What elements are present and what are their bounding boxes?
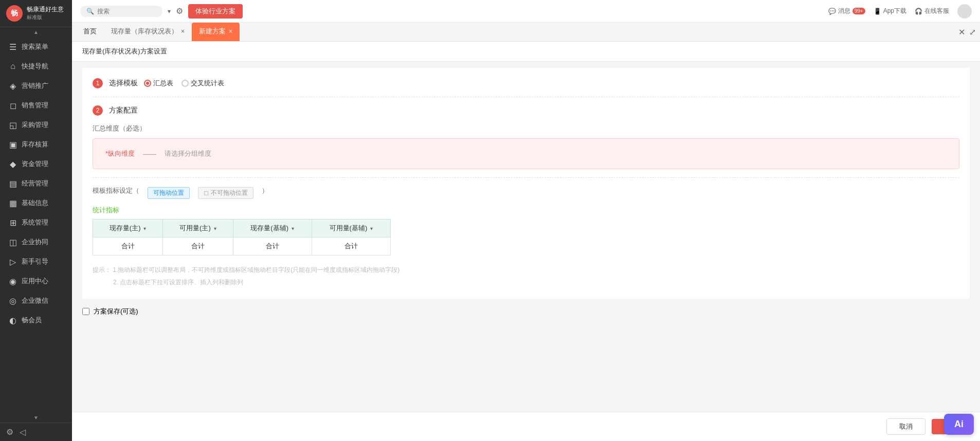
step2-badge: 2 (93, 105, 103, 116)
indicator-label-text: 模板指标设定（ (93, 186, 139, 195)
radio-crosstab[interactable]: 交叉统计表 (182, 79, 224, 88)
sidebar-item-finance[interactable]: ◆ 资金管理 (0, 154, 72, 174)
sidebar-item-search[interactable]: ☰ 搜索菜单 (0, 37, 72, 57)
radio-summary-dot (144, 80, 151, 87)
chevron-down-icon-0[interactable]: ▾ (143, 226, 146, 231)
sidebar-item-marketing[interactable]: ◈ 营销推广 (0, 76, 72, 96)
section-divider-1 (93, 97, 959, 97)
message-btn[interactable]: 💬 消息 99+ (828, 7, 865, 15)
close-window-icon[interactable]: ✕ (958, 27, 965, 37)
mobile-icon: 📱 (874, 8, 881, 15)
tab-inventory[interactable]: 现存量（库存状况表） × (104, 23, 192, 41)
headset-icon: 🎧 (915, 8, 922, 15)
sidebar-item-cooperation[interactable]: ◫ 企业协同 (0, 232, 72, 252)
main-card: 1 选择模板 汇总表 交叉统计表 2 方案配置 (82, 68, 970, 299)
search-input[interactable] (97, 8, 156, 15)
topbar-right: 💬 消息 99+ 📱 App下载 🎧 在线客服 (828, 4, 972, 19)
app-center-icon: ◉ (8, 277, 17, 286)
chevron-down-icon-3[interactable]: ▾ (370, 226, 373, 231)
indicator-config-row: 模板指标设定（ 可拖动位置 ◻ 不可拖动位置 ） (93, 186, 959, 199)
sidebar-item-purchase[interactable]: ◱ 采购管理 (0, 115, 72, 135)
user-avatar[interactable] (957, 4, 972, 19)
tab-new-scheme-close[interactable]: × (229, 28, 232, 35)
col-header-0[interactable]: 现存量(主) ▾ (93, 219, 163, 237)
collapse-icon[interactable]: ◁ (20, 427, 26, 437)
purchase-icon: ◱ (8, 120, 17, 130)
app-name: 畅康通好生意 (27, 6, 64, 14)
chevron-down-icon-1[interactable]: ▾ (214, 226, 216, 231)
sidebar-scroll-down[interactable]: ▼ (0, 413, 72, 422)
col-header-3[interactable]: 可用量(基辅) ▾ (312, 219, 390, 237)
step1-badge: 1 (93, 78, 103, 88)
sidebar-item-label: 库存核算 (22, 140, 48, 149)
sidebar-item-quick-nav[interactable]: ⌂ 快捷导航 (0, 57, 72, 76)
col-label-0: 现存量(主) (110, 224, 141, 233)
app-version: 标准版 (27, 14, 64, 21)
search-box[interactable]: 🔍 (80, 6, 162, 17)
gear-icon[interactable]: ⚙ (176, 6, 183, 16)
stats-title: 统计指标 (93, 206, 959, 215)
col-header-1[interactable]: 可用量(主) ▾ (163, 219, 233, 237)
radio-summary-label: 汇总表 (153, 79, 173, 88)
expand-window-icon[interactable]: ⤢ (969, 27, 976, 37)
message-icon: 💬 (828, 8, 836, 15)
sidebar-item-label: 企业微信 (22, 296, 48, 305)
radio-summary[interactable]: 汇总表 (144, 79, 173, 88)
settings-icon[interactable]: ⚙ (6, 427, 13, 437)
step1-title: 选择模板 (109, 79, 138, 88)
col-label-3: 可用量(基辅) (330, 224, 368, 233)
app-download-btn[interactable]: 📱 App下载 (874, 7, 906, 15)
sidebar-item-basic-info[interactable]: ▦ 基础信息 (0, 193, 72, 213)
sidebar-item-label: 快捷导航 (22, 62, 48, 71)
tab-bar: 首页 现存量（库存状况表） × 新建方案 × ✕ ⤢ (72, 23, 980, 42)
sidebar-item-inventory[interactable]: ▣ 库存核算 (0, 135, 72, 154)
tab-inventory-close[interactable]: × (181, 28, 185, 35)
ai-label: Ai (954, 419, 964, 429)
ai-button[interactable]: Ai (944, 414, 974, 435)
sidebar-item-system[interactable]: ⊞ 系统管理 (0, 213, 72, 232)
content-area: 现存量(库存状况表)方案设置 1 选择模板 汇总表 交叉统计表 (72, 42, 980, 412)
sidebar-item-management[interactable]: ▤ 经营管理 (0, 174, 72, 193)
tab-inventory-label: 现存量（库存状况表） (111, 27, 178, 36)
wechat-icon: ◎ (8, 296, 17, 305)
summary-dimension-label: 汇总维度（必选） (93, 124, 959, 133)
sidebar-item-member[interactable]: ◐ 畅会员 (0, 310, 72, 330)
sidebar-item-new-guide[interactable]: ▷ 新手引导 (0, 252, 72, 271)
step2-title: 方案配置 (109, 106, 138, 115)
cell-3: 合计 (312, 237, 390, 255)
sidebar-item-label: 应用中心 (22, 277, 48, 286)
industry-btn[interactable]: 体验行业方案 (188, 4, 243, 19)
cancel-button[interactable]: 取消 (886, 418, 925, 435)
section-divider-2 (93, 177, 959, 178)
stats-table: 现存量(主) ▾ 可用量(主) ▾ 现存量(基辅 (93, 219, 391, 255)
chevron-down-icon-2[interactable]: ▾ (292, 226, 294, 231)
sidebar-item-sales[interactable]: ◻ 销售管理 (0, 96, 72, 115)
dimension-required-label: *纵向维度 (105, 149, 135, 158)
home-icon: ⌂ (8, 62, 17, 71)
tab-home[interactable]: 首页 (76, 23, 104, 41)
sidebar: 畅 畅康通好生意 标准版 ▲ ☰ 搜索菜单 ⌂ 快捷导航 ◈ 营销推广 ◻ 销售… (0, 0, 72, 441)
tab-new-scheme[interactable]: 新建方案 × (192, 23, 240, 41)
sidebar-item-label: 系统管理 (22, 218, 48, 227)
sidebar-scroll-up[interactable]: ▲ (0, 27, 72, 37)
sidebar-item-app-center[interactable]: ◉ 应用中心 (0, 271, 72, 291)
cell-2: 合计 (233, 237, 312, 255)
window-controls: ✕ ⤢ (958, 27, 976, 37)
step2-row: 2 方案配置 (93, 105, 959, 116)
tip-1: 1.拖动标题栏可以调整布局，不可跨维度或指标区域拖动栏目字段(只能在同一维度或指… (113, 266, 400, 273)
system-icon: ⊞ (8, 218, 17, 227)
dimension-required-field[interactable]: *纵向维度 —— 请选择分组维度 (93, 138, 959, 169)
save-checkbox[interactable] (82, 308, 89, 315)
dropdown-icon[interactable]: ▾ (168, 8, 171, 15)
tips-section: 提示： 1.拖动标题栏可以调整布局，不可跨维度或指标区域拖动栏目字段(只能在同一… (93, 264, 959, 288)
cell-1: 合计 (163, 237, 233, 255)
sidebar-item-wechat[interactable]: ◎ 企业微信 (0, 291, 72, 310)
sidebar-item-label: 新手引导 (22, 257, 48, 266)
col-header-2[interactable]: 现存量(基辅) ▾ (233, 219, 312, 237)
sidebar-nav: ☰ 搜索菜单 ⌂ 快捷导航 ◈ 营销推广 ◻ 销售管理 ◱ 采购管理 ▣ 库存核… (0, 37, 72, 413)
save-row: 方案保存(可选) (82, 307, 970, 316)
online-service-btn[interactable]: 🎧 在线客服 (915, 7, 949, 15)
sidebar-item-label: 经营管理 (22, 179, 48, 188)
tab-home-label: 首页 (83, 27, 97, 36)
fixed-badge-label: 不可拖动位置 (211, 189, 248, 197)
